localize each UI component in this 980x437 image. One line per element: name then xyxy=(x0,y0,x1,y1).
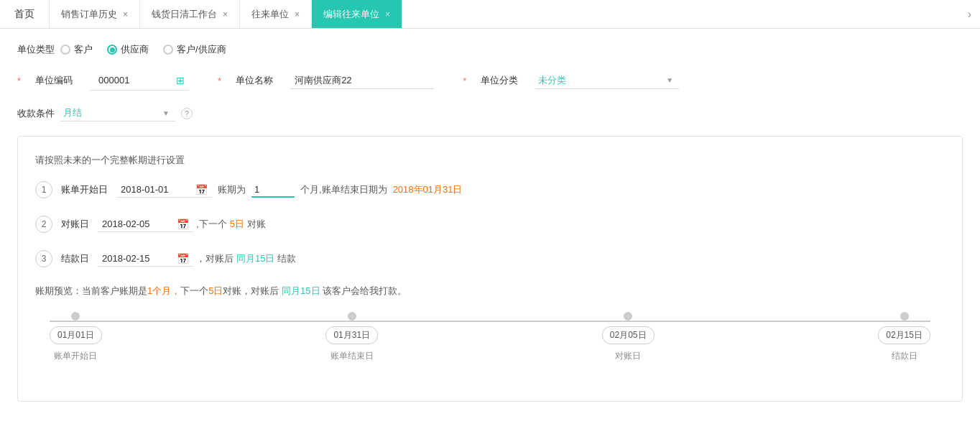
unit-category-segment: * 单位分类 未分类 ▼ xyxy=(463,73,679,89)
tab-edit-partner[interactable]: 编辑往来单位 × xyxy=(312,0,402,28)
copy-icon[interactable]: ⊞ xyxy=(176,75,185,86)
date-input-3: 📅 xyxy=(98,252,193,267)
row-label-3: 结款日 xyxy=(61,252,89,265)
close-icon[interactable]: × xyxy=(123,9,128,19)
node-label-2: 01月31日 xyxy=(325,326,378,344)
node-dot-1 xyxy=(71,312,80,321)
required-star-3: * xyxy=(463,75,466,86)
unit-category-dropdown[interactable]: 未分类 ▼ xyxy=(535,73,679,89)
row-num-1: 1 xyxy=(35,181,52,198)
node-dot-3 xyxy=(624,312,632,321)
radio-both[interactable]: 客户/供应商 xyxy=(163,43,226,56)
radio-circle-customer xyxy=(60,45,70,55)
node-desc-2: 账单结束日 xyxy=(330,350,374,362)
payment-suffix: 结款 xyxy=(277,252,296,265)
period-unit-text: 个月,账单结束日期为 xyxy=(300,183,387,196)
calendar-icon-3[interactable]: 📅 xyxy=(177,253,189,264)
date-input-2: 📅 xyxy=(98,217,193,232)
chevron-down-icon: ▼ xyxy=(666,76,673,84)
unit-type-radio-group: 客户 供应商 客户/供应商 xyxy=(60,43,226,56)
node-label-4: 02月15日 xyxy=(878,326,930,344)
unit-category-value: 未分类 xyxy=(538,74,663,87)
payment-highlight: 同月15日 xyxy=(236,252,274,265)
close-icon[interactable]: × xyxy=(223,9,228,19)
period-input[interactable] xyxy=(251,183,295,198)
payment-term-row: 收款条件 月结 ▼ ? xyxy=(17,105,963,121)
node-desc-3: 对账日 xyxy=(615,350,641,362)
tab-home[interactable]: 首页 xyxy=(0,0,50,28)
node-label-1: 01月01日 xyxy=(50,326,102,344)
tab-bar: 首页 销售订单历史 × 钱货日清工作台 × 往来单位 × 编辑往来单位 × › xyxy=(0,0,980,29)
close-icon[interactable]: × xyxy=(385,9,390,19)
row-label-2: 对账日 xyxy=(61,218,89,231)
payment-term-dropdown[interactable]: 月结 ▼ xyxy=(60,105,175,121)
row-label-1: 账单开始日 xyxy=(61,183,108,196)
radio-circle-supplier xyxy=(107,45,117,55)
tab-cash-work[interactable]: 钱货日清工作台 × xyxy=(140,0,240,28)
setting-row-3: 3 结款日 📅 ，对账后 同月15日 结款 xyxy=(35,250,945,267)
row-num-2: 2 xyxy=(35,216,52,233)
timeline-node-1: 01月01日 账单开始日 xyxy=(50,312,102,362)
calendar-icon-2[interactable]: 📅 xyxy=(177,218,189,230)
preview-period: 1个月， xyxy=(147,285,180,296)
unit-info-row: * 单位编码 ⊞ * 单位名称 * 单位分类 未分类 ▼ xyxy=(17,70,963,91)
tab-partner[interactable]: 往来单位 × xyxy=(240,0,312,28)
calendar-icon-1[interactable]: 📅 xyxy=(195,184,208,196)
preview-reconcile: 5日 xyxy=(208,285,223,296)
setting-row-2: 2 对账日 📅 ,下一个 5日 对账 xyxy=(35,216,945,233)
timeline-container: 01月01日 账单开始日 01月31日 账单结束日 02月05日 对账日 02月… xyxy=(35,312,945,384)
period-text-1: 账期为 xyxy=(218,183,246,196)
payment-term-value: 月结 xyxy=(63,106,160,119)
setting-row-1: 1 账单开始日 📅 账期为 个月,账单结束日期为 2018年01月31日 xyxy=(35,181,945,198)
main-content: 单位类型 客户 供应商 客户/供应商 * 单位编码 ⊞ xyxy=(0,29,980,437)
timeline-node-4: 02月15日 结款日 xyxy=(878,312,930,362)
radio-supplier[interactable]: 供应商 xyxy=(107,43,149,56)
unit-category-label: 单位分类 xyxy=(481,74,518,87)
row-num-3: 3 xyxy=(35,250,52,267)
radio-circle-both xyxy=(163,45,173,55)
unit-code-input[interactable] xyxy=(94,72,173,88)
payment-prefix: ，对账后 xyxy=(196,252,234,265)
unit-name-segment: * 单位名称 xyxy=(218,72,434,89)
unit-code-label: 单位编码 xyxy=(35,74,73,87)
help-icon[interactable]: ? xyxy=(181,108,193,119)
reconcile-date-input[interactable] xyxy=(102,218,174,229)
reconcile-highlight: 5日 xyxy=(230,218,244,231)
start-date-input[interactable] xyxy=(121,184,193,195)
node-desc-1: 账单开始日 xyxy=(54,350,97,362)
timeline-node-2: 01月31日 账单结束日 xyxy=(325,312,378,362)
timeline-nodes: 01月01日 账单开始日 01月31日 账单结束日 02月05日 对账日 02月… xyxy=(50,312,930,362)
unit-code-segment: * 单位编码 ⊞ xyxy=(17,70,189,91)
required-star: * xyxy=(17,75,21,86)
payment-date-input[interactable] xyxy=(102,253,174,264)
node-label-3: 02月05日 xyxy=(602,326,655,344)
unit-type-label: 单位类型 xyxy=(17,43,55,56)
payment-term-label: 收款条件 xyxy=(17,107,55,120)
unit-code-input-wrap: ⊞ xyxy=(90,70,189,91)
radio-customer[interactable]: 客户 xyxy=(60,43,93,56)
date-input-1: 📅 xyxy=(116,183,212,198)
tab-sales-history[interactable]: 销售订单历史 × xyxy=(50,0,140,28)
required-star-2: * xyxy=(218,75,221,86)
reconcile-prefix: ,下一个 xyxy=(196,218,227,231)
node-dot-2 xyxy=(348,312,356,321)
node-desc-4: 结款日 xyxy=(892,350,917,362)
reconcile-suffix: 对账 xyxy=(247,218,266,231)
setting-title: 请按照未来的一个完整帐期进行设置 xyxy=(35,154,945,167)
unit-name-input[interactable] xyxy=(290,72,434,89)
tab-more-button[interactable]: › xyxy=(959,8,980,21)
close-icon[interactable]: × xyxy=(295,9,300,19)
timeline-node-3: 02月05日 对账日 xyxy=(602,312,655,362)
node-dot-4 xyxy=(900,312,909,321)
preview-text: 账期预览：当前客户账期是1个月，下一个5日对账，对账后 同月15日 该客户会给我… xyxy=(35,285,945,298)
chevron-down-icon-2: ▼ xyxy=(162,109,170,117)
setting-box: 请按照未来的一个完整帐期进行设置 1 账单开始日 📅 账期为 个月,账单结束日期… xyxy=(17,136,963,402)
end-date-highlight: 2018年01月31日 xyxy=(393,183,463,196)
preview-payment: 同月15日 xyxy=(282,285,320,296)
unit-type-row: 单位类型 客户 供应商 客户/供应商 xyxy=(17,43,963,56)
unit-name-label: 单位名称 xyxy=(236,74,273,87)
